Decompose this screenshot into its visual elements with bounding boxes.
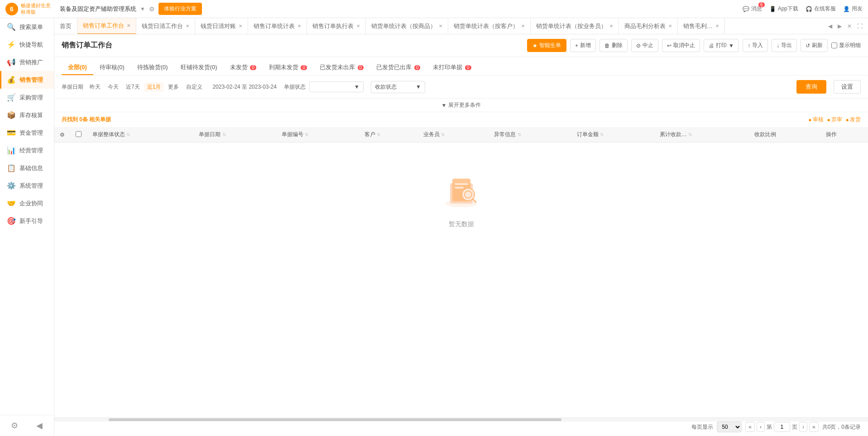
smart-generate-btn[interactable]: ★ 智能生单 bbox=[527, 39, 566, 52]
show-detail-checkbox[interactable] bbox=[831, 43, 837, 48]
expand-icon[interactable]: ▼ bbox=[140, 6, 145, 12]
page-size-select[interactable]: 50 10 20 100 bbox=[717, 422, 742, 432]
date-opt-custom[interactable]: 自定义 bbox=[183, 82, 205, 92]
col-customer-sort[interactable]: ⇅ bbox=[377, 132, 380, 137]
expand-conditions-label: 展开更多条件 bbox=[448, 101, 481, 109]
ship-action-btn[interactable]: ● 发货 bbox=[846, 116, 861, 123]
message-icon-group[interactable]: 💬 消息 6 bbox=[743, 5, 762, 13]
sub-tab-wangpu-ship[interactable]: 旺铺待发货(0) bbox=[174, 61, 224, 75]
date-opt-more[interactable]: 更多 bbox=[165, 82, 182, 92]
sub-tab-all[interactable]: 全部(0) bbox=[62, 61, 93, 75]
tab-home[interactable]: 首页 bbox=[54, 18, 77, 34]
tab-sales-exec[interactable]: 销售订单执行表 ✕ bbox=[307, 18, 366, 34]
sub-tab-overdue-unshipped[interactable]: 到期未发货 0 bbox=[263, 61, 313, 75]
sidebar-item-basic-info[interactable]: 📋 基础信息 bbox=[0, 159, 54, 177]
tab-sales-margin-close[interactable]: ✕ bbox=[715, 24, 719, 28]
tab-sales-margin[interactable]: 销售毛利… ✕ bbox=[678, 18, 725, 34]
add-btn[interactable]: + 新增 bbox=[570, 39, 596, 52]
sidebar-item-marketing[interactable]: 📢 营销推广 bbox=[0, 53, 54, 71]
prev-page-btn[interactable]: ‹ bbox=[757, 422, 765, 432]
tab-prev-icon[interactable]: ◀ bbox=[826, 21, 834, 31]
tab-reconcile-close[interactable]: ✕ bbox=[239, 24, 242, 28]
sidebar-item-purchase[interactable]: 🛒 采购管理 bbox=[0, 89, 54, 106]
sidebar-item-search[interactable]: 🔍 搜索菜单 bbox=[0, 18, 54, 36]
sidebar-item-guide[interactable]: 🎯 新手引导 bbox=[0, 212, 54, 230]
sidebar-item-quick-nav[interactable]: ⚡ 快捷导航 bbox=[0, 36, 54, 53]
unreview-action-btn[interactable]: ● 弃审 bbox=[827, 116, 842, 123]
review-action-btn[interactable]: ● 审核 bbox=[808, 116, 823, 123]
date-opt-7days[interactable]: 近7天 bbox=[123, 82, 143, 92]
query-btn[interactable]: 查询 bbox=[796, 80, 826, 94]
status-select[interactable]: ▼ bbox=[309, 81, 364, 92]
refresh-btn[interactable]: ↺ 刷新 bbox=[801, 39, 828, 52]
sub-tab-pending-review[interactable]: 待审核(0) bbox=[93, 61, 131, 75]
payment-status-select[interactable]: 收款状态 ▼ bbox=[371, 81, 425, 93]
show-detail-label[interactable]: 显示明细 bbox=[831, 42, 861, 49]
tab-sales-order-workbench[interactable]: 销售订单工作台 ✕ bbox=[77, 18, 136, 34]
col-abnormal-sort[interactable]: ⇅ bbox=[518, 132, 521, 137]
stop-btn[interactable]: ⊘ 中止 bbox=[631, 39, 658, 52]
first-page-btn[interactable]: « bbox=[745, 422, 755, 432]
col-salesperson-sort[interactable]: ⇅ bbox=[441, 132, 445, 137]
col-number-sort[interactable]: ⇅ bbox=[305, 132, 308, 137]
tab-sales-product[interactable]: 销货单统计表（按商品） ✕ bbox=[366, 18, 448, 34]
date-opt-1month[interactable]: 近1月 bbox=[144, 82, 164, 92]
sidebar-collapse-btn[interactable]: ◀ bbox=[29, 419, 51, 432]
select-all-checkbox[interactable] bbox=[76, 131, 82, 137]
sidebar-settings-btn[interactable]: ⚙ bbox=[4, 419, 25, 432]
settings-icon[interactable]: ⚙ bbox=[149, 5, 155, 13]
sidebar-item-enterprise[interactable]: 🤝 企业协同 bbox=[0, 194, 54, 212]
sub-tab-shipped-not-out[interactable]: 已发货未出库 0 bbox=[313, 61, 370, 75]
sub-tab-shipped-out[interactable]: 已发货已出库 0 bbox=[370, 61, 427, 75]
col-collected-sort[interactable]: ⇅ bbox=[688, 132, 692, 137]
cancel-stop-btn[interactable]: ↩ 取消中止 bbox=[662, 39, 700, 52]
delete-btn[interactable]: 🗑 删除 bbox=[599, 39, 628, 52]
date-opt-today[interactable]: 今天 bbox=[105, 82, 121, 92]
tab-sales-order-workbench-close[interactable]: ✕ bbox=[127, 23, 130, 28]
sub-tab-pending-inspect[interactable]: 待拣验货(0) bbox=[131, 61, 174, 75]
tab-daily-clear[interactable]: 钱货日清工作台 ✕ bbox=[136, 18, 195, 34]
app-download-group[interactable]: 📱 App下载 bbox=[769, 5, 798, 13]
page-input[interactable] bbox=[774, 422, 790, 432]
tab-sales-stats[interactable]: 销售订单统计表 ✕ bbox=[248, 18, 307, 34]
sidebar-item-sales[interactable]: 💰 销售管理 bbox=[0, 71, 54, 89]
col-status-sort[interactable]: ⇅ bbox=[126, 132, 130, 137]
tab-next-icon[interactable]: ▶ bbox=[836, 21, 844, 31]
tab-sales-staff[interactable]: 销货单统计表（按业务员） ✕ bbox=[531, 18, 619, 34]
import-icon: ↑ bbox=[748, 43, 750, 49]
sub-tab-unshipped[interactable]: 未发货 0 bbox=[224, 61, 263, 75]
expand-conditions-btn[interactable]: ▼ 展开更多条件 bbox=[441, 101, 481, 109]
online-service-group[interactable]: 🎧 在线客服 bbox=[806, 5, 836, 13]
sub-tab-unprinted[interactable]: 未打印单据 0 bbox=[427, 61, 477, 75]
import-btn[interactable]: ↑ 导入 bbox=[743, 39, 768, 52]
tab-sales-customer-close[interactable]: ✕ bbox=[521, 24, 525, 28]
tab-sales-exec-close[interactable]: ✕ bbox=[356, 24, 360, 28]
tab-fullscreen-icon[interactable]: ⛶ bbox=[855, 21, 864, 31]
tab-sales-stats-close[interactable]: ✕ bbox=[297, 24, 301, 28]
col-date-sort[interactable]: ⇅ bbox=[222, 132, 226, 137]
column-settings-icon[interactable]: ⚙ bbox=[60, 132, 65, 138]
export-btn[interactable]: ↓ 导出 bbox=[772, 39, 797, 52]
tab-gross-profit-close[interactable]: ✕ bbox=[668, 24, 672, 28]
tab-sales-product-close[interactable]: ✕ bbox=[439, 24, 442, 28]
col-amount-sort[interactable]: ⇅ bbox=[600, 132, 604, 137]
sidebar-item-operations[interactable]: 📊 经营管理 bbox=[0, 142, 54, 159]
settings-btn[interactable]: 设置 bbox=[834, 80, 861, 94]
industry-solution-btn[interactable]: 体验行业方案 bbox=[158, 3, 202, 15]
last-page-btn[interactable]: » bbox=[809, 422, 819, 432]
user-group[interactable]: 👤 用友 bbox=[843, 5, 863, 13]
tab-close-all-icon[interactable]: ✕ bbox=[845, 21, 854, 31]
tab-sales-staff-close[interactable]: ✕ bbox=[609, 24, 613, 28]
tab-sales-customer[interactable]: 销货单统计表（按客户） ✕ bbox=[448, 18, 531, 34]
user-icon: 👤 bbox=[843, 6, 850, 12]
next-page-btn[interactable]: › bbox=[799, 422, 807, 432]
tab-gross-profit[interactable]: 商品毛利分析表 ✕ bbox=[619, 18, 678, 34]
tab-reconcile[interactable]: 钱货日清对账 ✕ bbox=[195, 18, 248, 34]
horizontal-scrollbar[interactable] bbox=[54, 418, 868, 422]
date-opt-yesterday[interactable]: 昨天 bbox=[87, 82, 103, 92]
sidebar-item-finance[interactable]: 💳 资金管理 bbox=[0, 124, 54, 142]
print-btn[interactable]: 🖨 打印 ▼ bbox=[704, 39, 739, 52]
sidebar-item-system[interactable]: ⚙️ 系统管理 bbox=[0, 177, 54, 194]
tab-daily-clear-close[interactable]: ✕ bbox=[186, 24, 189, 28]
sidebar-item-inventory[interactable]: 📦 库存核算 bbox=[0, 106, 54, 124]
